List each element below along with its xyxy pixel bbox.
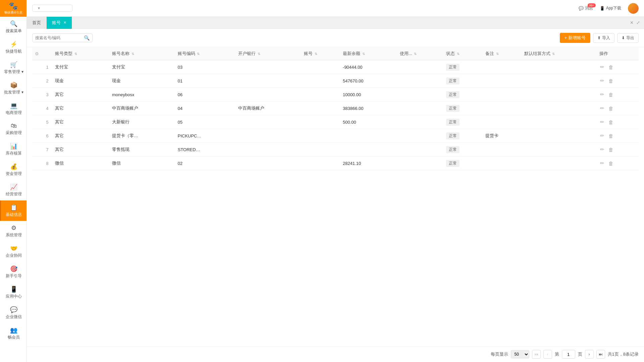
accounts-table: ⚙ 账号类型 ⇅ 账号名称 ⇅ 账号编码 ⇅ 开户银行 ⇅ 账号 ⇅ 最新余额 … [32, 47, 639, 170]
sidebar-item-member[interactable]: 👥畅会员 [0, 323, 27, 344]
next-page-button[interactable]: › [585, 350, 594, 359]
sidebar-item-guide[interactable]: 🎯新手引导 [0, 262, 27, 282]
th-settle[interactable]: 默认结算方式 ⇅ [522, 47, 597, 60]
row-ops-4: ✏ 🗑 [597, 115, 639, 129]
delete-button-1[interactable]: 🗑 [608, 77, 614, 84]
edit-button-4[interactable]: ✏ [599, 118, 605, 126]
delete-button-0[interactable]: 🗑 [608, 64, 614, 71]
delete-button-6[interactable]: 🗑 [608, 146, 614, 153]
sidebar: 🐾 畅捷通好生意 🔍搜索菜单⚡快捷导航🛒零售管理 ▾📦批发管理 ▾💻电商管理🛍采… [0, 0, 27, 362]
row-status-1: 正常 [443, 74, 483, 88]
th-code[interactable]: 账号编码 ⇅ [175, 47, 236, 60]
per-page-select[interactable]: 50 100 200 [511, 350, 529, 358]
sidebar-icon-inventory: 📊 [2, 142, 25, 150]
top-search-box[interactable]: ▼ [32, 5, 72, 12]
first-page-button[interactable]: ⏮ [532, 350, 541, 359]
sidebar-label-appstore: 应用中心 [2, 294, 25, 299]
sidebar-label-shortcut: 快捷导航 [2, 49, 25, 54]
th-remark[interactable]: 备注 ⇅ [483, 47, 522, 60]
edit-button-3[interactable]: ✏ [599, 105, 605, 112]
row-bank-5 [235, 129, 301, 143]
th-status[interactable]: 状态 ⇅ [443, 47, 483, 60]
sidebar-item-system[interactable]: ⚙系统管理 [0, 221, 27, 241]
search-button[interactable]: 🔍 [84, 35, 90, 41]
sidebar-item-purchase[interactable]: 🛍采购管理 [0, 119, 27, 139]
prev-page-button[interactable]: ‹ [543, 350, 552, 359]
message-icon: 💬 [579, 6, 584, 11]
row-status-4: 正常 [443, 115, 483, 129]
edit-button-0[interactable]: ✏ [599, 63, 605, 71]
sidebar-label-basic: 基础信息 [2, 212, 25, 218]
sidebar-item-search[interactable]: 🔍搜索菜单 [0, 17, 27, 37]
edit-button-1[interactable]: ✏ [599, 77, 605, 84]
row-type-4: 其它 [52, 115, 109, 129]
dropdown-arrow-icon: ▼ [37, 6, 41, 10]
export-button[interactable]: ⬇ 导出 [617, 33, 639, 43]
sidebar-icon-finance: 💰 [2, 163, 25, 170]
row-gear-2 [32, 88, 42, 102]
import-button[interactable]: ⬆ 导入 [593, 33, 614, 43]
th-name[interactable]: 账号名称 ⇅ [109, 47, 175, 60]
sidebar-item-retail[interactable]: 🛒零售管理 ▾ [0, 58, 27, 78]
th-balance[interactable]: 最新余额 ⇅ [340, 47, 397, 60]
close-tab-icon[interactable]: ✕ [630, 20, 634, 25]
delete-button-2[interactable]: 🗑 [608, 91, 614, 98]
tab-close-icon[interactable]: ✕ [63, 20, 66, 25]
maximize-icon[interactable]: ⤢ [636, 20, 640, 25]
th-bank[interactable]: 开户银行 ⇅ [235, 47, 301, 60]
row-ops-0: ✏ 🗑 [597, 60, 639, 74]
delete-button-4[interactable]: 🗑 [608, 119, 614, 126]
sidebar-item-wechat[interactable]: 💬企业微信 [0, 303, 27, 323]
edit-button-6[interactable]: ✏ [599, 146, 605, 153]
last-page-button[interactable]: ⏭ [596, 350, 605, 359]
th-type[interactable]: 账号类型 ⇅ [52, 47, 109, 60]
header-right: 💬 消息 99+ 📱 App下载 [579, 3, 639, 14]
sidebar-item-finance[interactable]: 💰资金管理 [0, 160, 27, 180]
sidebar-item-ecommerce[interactable]: 💻电商管理 [0, 99, 27, 119]
row-ops-1: ✏ 🗑 [597, 74, 639, 88]
row-account-3 [301, 102, 340, 115]
row-account-1 [301, 74, 340, 88]
table-wrap: ⚙ 账号类型 ⇅ 账号名称 ⇅ 账号编码 ⇅ 开户银行 ⇅ 账号 ⇅ 最新余额 … [27, 47, 644, 346]
row-remark-2 [483, 88, 522, 102]
sidebar-item-basic[interactable]: 📋基础信息 [0, 200, 27, 221]
add-account-button[interactable]: + 新增账号 [560, 33, 590, 43]
sidebar-item-appstore[interactable]: 📱应用中心 [0, 282, 27, 303]
row-status-7: 正常 [443, 157, 483, 170]
row-status-5: 正常 [443, 129, 483, 143]
th-account[interactable]: 账号 ⇅ [301, 47, 340, 60]
edit-button-5[interactable]: ✏ [599, 132, 605, 139]
search-input[interactable] [35, 36, 84, 40]
row-code-0: 03 [175, 60, 236, 74]
delete-button-5[interactable]: 🗑 [608, 132, 614, 139]
sidebar-item-agreement[interactable]: 🤝企业协同 [0, 241, 27, 262]
avatar[interactable] [628, 3, 639, 14]
app-download-label: App下载 [606, 5, 621, 11]
edit-button-7[interactable]: ✏ [599, 160, 605, 167]
messages-button[interactable]: 💬 消息 99+ [579, 5, 593, 11]
row-type-6: 其它 [52, 143, 109, 157]
sidebar-icon-wholesale: 📦 [2, 81, 25, 89]
row-balance-2: 10000.00 [340, 88, 397, 102]
sidebar-icon-purchase: 🛍 [2, 122, 25, 129]
delete-button-3[interactable]: 🗑 [608, 105, 614, 112]
tab-accounts[interactable]: 账号 ✕ [47, 17, 72, 29]
row-num-5: 6 [42, 129, 52, 143]
delete-button-7[interactable]: 🗑 [608, 160, 614, 167]
app-download-button[interactable]: 📱 App下载 [600, 5, 621, 11]
row-balance-6 [340, 143, 397, 157]
sidebar-icon-basic: 📋 [2, 204, 25, 211]
sidebar-item-shortcut[interactable]: ⚡快捷导航 [0, 37, 27, 58]
search-wrap[interactable]: 🔍 [32, 34, 93, 42]
row-usage-6 [397, 143, 443, 157]
edit-button-2[interactable]: ✏ [599, 91, 605, 98]
row-remark-7 [483, 157, 522, 170]
page-input[interactable] [562, 350, 575, 359]
sidebar-item-wholesale[interactable]: 📦批发管理 ▾ [0, 78, 27, 99]
sidebar-item-operations[interactable]: 📈经营管理 [0, 180, 27, 200]
row-remark-3 [483, 102, 522, 115]
sidebar-item-inventory[interactable]: 📊库存核算 [0, 139, 27, 160]
tab-home[interactable]: 首页 [27, 17, 47, 29]
table-row: 2 现金 现金 01 547670.00 正常 ✏ 🗑 [32, 74, 639, 88]
th-usage[interactable]: 使用... ⇅ [397, 47, 443, 60]
